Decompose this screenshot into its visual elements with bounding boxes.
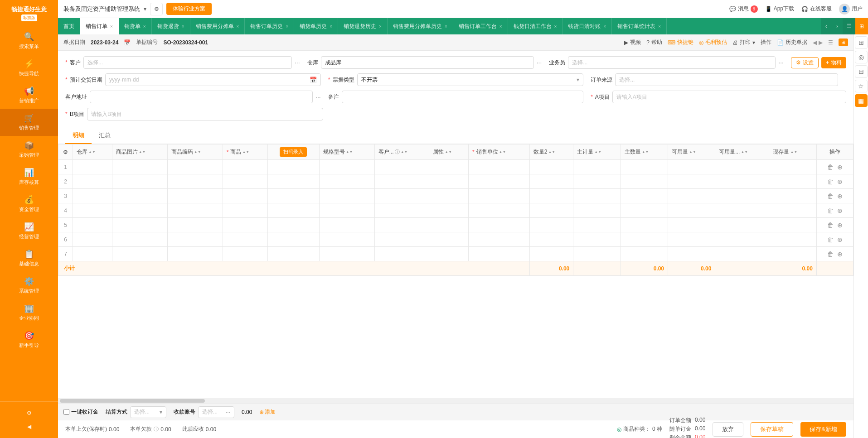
right-panel-icon-1[interactable]: ⊞ [855, 36, 868, 49]
add-account-btn[interactable]: ⊕ 添加 [259, 408, 276, 416]
row-6-unit[interactable] [468, 232, 529, 247]
tab-sales-cost-close[interactable]: × [237, 24, 239, 29]
row-2-img[interactable] [112, 174, 167, 189]
row-4-warehouse[interactable] [73, 203, 112, 218]
th-customer-info-icon[interactable]: ⓘ [395, 149, 400, 155]
add-material-btn[interactable]: + 物料 [821, 57, 846, 68]
one-click-checkbox[interactable]: 一键收订金 [63, 408, 98, 416]
tab-sales-order-close[interactable]: × [110, 24, 113, 29]
payment-value[interactable]: 选择... [134, 408, 160, 416]
help-btn[interactable]: ? 帮助 [646, 39, 662, 46]
right-panel-icon-3[interactable]: ⊟ [855, 65, 868, 78]
row-4-code[interactable] [167, 203, 223, 218]
row-2-main-unit[interactable] [573, 174, 621, 189]
row-6-attr[interactable] [429, 232, 469, 247]
row-4-main-unit[interactable] [573, 203, 621, 218]
customer-input[interactable] [83, 56, 292, 69]
row-1-attr[interactable] [429, 160, 469, 174]
row-7-delete-btn[interactable]: 🗑 [826, 250, 834, 259]
sidebar-settings-btn[interactable]: ⚙ [0, 406, 58, 420]
th-warehouse-sort[interactable]: ▲▼ [88, 150, 96, 154]
tab-sales-return-history-close[interactable]: × [379, 24, 382, 29]
print-btn[interactable]: 🖨 打印 ▾ [732, 39, 755, 46]
row-3-current-qty[interactable] [769, 189, 816, 203]
row-5-avail-qty2[interactable] [715, 218, 769, 232]
sidebar-item-finance[interactable]: 💰 资金管理 [0, 190, 58, 217]
th-customer-code-sort[interactable]: ▲▼ [401, 150, 408, 154]
row-7-warehouse[interactable] [73, 247, 112, 261]
th-qty2-sort[interactable]: ▲▼ [548, 150, 555, 154]
row-2-copy-btn[interactable]: ⊕ [836, 177, 844, 186]
row-5-main-unit[interactable] [573, 218, 621, 232]
tab-sales-goods-close[interactable]: × [143, 24, 146, 29]
tab-sales-order-history[interactable]: 销售订单历史 × [245, 18, 294, 34]
th-avail-qty-sort[interactable]: ▲▼ [689, 150, 696, 154]
account-value[interactable]: 选择... [202, 408, 226, 416]
row-4-avail-qty2[interactable] [715, 203, 769, 218]
table-wrapper[interactable]: ⚙ 仓库▲▼ 商品图片▲▼ 商品编码▲▼ [58, 144, 853, 398]
row-7-img[interactable] [112, 247, 167, 261]
remarks-input[interactable] [342, 91, 584, 103]
th-product-img-sort[interactable]: ▲▼ [139, 150, 146, 154]
th-product-code-sort[interactable]: ▲▼ [194, 150, 201, 154]
delivery-calendar-icon[interactable]: 📅 [310, 77, 317, 83]
current-owe-info-icon[interactable]: ⓘ [154, 426, 159, 433]
row-6-copy-btn[interactable]: ⊕ [836, 235, 844, 244]
right-panel-icon-5[interactable]: ▦ [855, 94, 868, 107]
row-6-qty2[interactable] [529, 232, 573, 247]
row-4-avail-qty[interactable] [668, 203, 715, 218]
prev-record-btn[interactable]: ◀ [813, 39, 817, 46]
row-7-customer-code[interactable] [374, 247, 429, 261]
sidebar-item-search[interactable]: 🔍 搜索菜单 [0, 27, 58, 54]
user-btn[interactable]: 👤 用户 [839, 4, 863, 14]
row-7-spec[interactable] [319, 247, 374, 261]
row-4-product[interactable] [223, 203, 267, 218]
discard-btn[interactable]: 放弃 [713, 422, 743, 437]
row-5-spec[interactable] [319, 218, 374, 232]
tab-sales-workbench-close[interactable]: × [499, 24, 502, 29]
table-scrollbar[interactable] [58, 398, 853, 404]
sidebar-item-enterprise[interactable]: 🏢 企业协同 [0, 299, 58, 326]
row-2-warehouse[interactable] [73, 174, 112, 189]
row-7-product[interactable] [223, 247, 267, 261]
settings-top-btn[interactable]: ⚙ 设置 [791, 57, 819, 68]
row-6-main-qty[interactable] [621, 232, 668, 247]
row-6-code[interactable] [167, 232, 223, 247]
save-draft-btn[interactable]: 保存草稿 [751, 422, 793, 437]
row-1-main-unit[interactable] [573, 160, 621, 174]
row-3-main-unit[interactable] [573, 189, 621, 203]
row-7-main-unit[interactable] [573, 247, 621, 261]
sidebar-item-basic[interactable]: 📋 基础信息 [0, 245, 58, 272]
project-b-input[interactable] [87, 108, 323, 120]
th-sales-unit-sort[interactable]: ▲▼ [499, 150, 506, 154]
row-7-current-qty[interactable] [769, 247, 816, 261]
scrollbar-thumb[interactable] [60, 399, 205, 403]
payment-dropdown-icon[interactable]: ▾ [160, 409, 162, 415]
scan-btn[interactable]: 扫码录入 [280, 147, 307, 157]
row-5-main-qty[interactable] [621, 218, 668, 232]
sidebar-item-quicknav[interactable]: ⚡ 快捷导航 [0, 54, 58, 82]
tab-sales-goods[interactable]: 销货单 × [119, 18, 152, 34]
row-3-unit[interactable] [468, 189, 529, 203]
row-1-unit[interactable] [468, 160, 529, 174]
tab-sales-goods-history-close[interactable]: × [330, 24, 332, 29]
th-avail-qty2-sort[interactable]: ▲▼ [741, 150, 748, 154]
row-5-img[interactable] [112, 218, 167, 232]
tab-sales-cost-history[interactable]: 销售费用分摊单历史 × [388, 18, 453, 34]
row-6-customer-code[interactable] [374, 232, 429, 247]
row-4-spec[interactable] [319, 203, 374, 218]
row-1-delete-btn[interactable]: 🗑 [826, 163, 834, 172]
tab-sales-stats-close[interactable]: × [658, 24, 661, 29]
th-main-unit-sort[interactable]: ▲▼ [594, 150, 601, 154]
row-4-copy-btn[interactable]: ⊕ [836, 206, 844, 215]
row-2-attr[interactable] [429, 174, 469, 189]
sidebar-collapse-btn[interactable]: ◀ [0, 420, 58, 433]
row-3-delete-btn[interactable]: 🗑 [826, 192, 834, 201]
project-a-input[interactable] [612, 91, 846, 103]
row-5-warehouse[interactable] [73, 218, 112, 232]
tab-daily-reconcile-close[interactable]: × [603, 24, 606, 29]
list-view-btn[interactable]: ☰ [828, 39, 833, 46]
tab-sales-order-history-close[interactable]: × [286, 24, 288, 29]
row-1-code[interactable] [167, 160, 223, 174]
salesman-expand-btn[interactable]: ··· [778, 59, 784, 66]
